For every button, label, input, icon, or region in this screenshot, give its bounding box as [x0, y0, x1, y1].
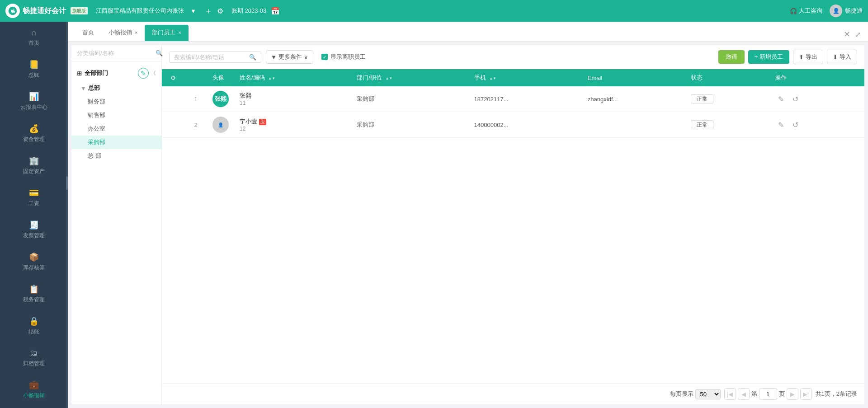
more-employee-button[interactable]: ↺	[789, 118, 802, 131]
th-name[interactable]: 姓名/编码 ▲▼	[234, 69, 351, 86]
dept-item-root[interactable]: ▼ 总部	[71, 81, 161, 95]
td-row-avatar: 👤	[207, 112, 234, 138]
sidebar-scrollbar-thumb[interactable]	[66, 176, 68, 190]
employee-search-box: 🔍	[169, 52, 261, 63]
filter-button[interactable]: ▼ 更多条件 ∨	[266, 50, 313, 64]
sidebar-item-funds[interactable]: 💰 资金管理	[0, 117, 68, 150]
invite-button[interactable]: 邀请	[718, 50, 745, 64]
td-row-actions: ✎ ↺	[769, 112, 864, 138]
th-status: 状态	[685, 69, 769, 86]
app-name: 畅捷通好会计	[23, 6, 66, 16]
table-header-row: ⚙ 头像 姓名/编码 ▲▼ 部门/职位 ▲▼ 手机 ▲▼ Email 状态 操作	[162, 69, 864, 86]
more-employee-button[interactable]: ↺	[789, 93, 802, 105]
main-layout: ⌂ 首页 📒 总账 📊 云报表中心 💰 资金管理 🏢 固定资产 💳 工资	[0, 22, 868, 408]
page-content: 🔍 ⊞ 全部部门 ✎ 《 ▼	[71, 45, 864, 404]
sidebar-label-expense: 小畅报销	[23, 392, 45, 399]
tab-home[interactable]: 首页	[75, 25, 101, 41]
sidebar-item-closing[interactable]: 🔒 结账	[0, 310, 68, 342]
sidebar: ⌂ 首页 📒 总账 📊 云报表中心 💰 资金管理 🏢 固定资产 💳 工资	[0, 22, 68, 408]
import-label: 导入	[840, 53, 851, 61]
dept-item-office[interactable]: 办公室	[71, 122, 161, 136]
avatar: 张熙	[212, 91, 229, 107]
employee-table: ⚙ 头像 姓名/编码 ▲▼ 部门/职位 ▲▼ 手机 ▲▼ Email 状态 操作	[162, 69, 864, 383]
prev-page-button[interactable]: ◀	[738, 388, 750, 400]
user-menu[interactable]: 👤 畅捷通	[830, 5, 863, 17]
sidebar-item-ledger[interactable]: 📒 总账	[0, 53, 68, 85]
close-window-icon[interactable]: ✕	[844, 29, 850, 39]
sidebar-item-assets[interactable]: 🏢 固定资产	[0, 150, 68, 182]
sidebar-label-ledger: 总账	[28, 71, 39, 79]
page-label-text: 第	[751, 390, 757, 398]
employee-search-icon[interactable]: 🔍	[249, 54, 256, 61]
maximize-window-icon[interactable]: ⤢	[855, 30, 861, 39]
dept-add-button[interactable]: ✎	[138, 68, 149, 79]
settings-icon[interactable]: ⚙	[217, 7, 223, 15]
employee-toolbar: 🔍 ▼ 更多条件 ∨ 显示离职员工 邀请 + 新增员工	[162, 45, 864, 69]
next-page-button[interactable]: ▶	[787, 388, 798, 400]
app-logo[interactable]: 畅 畅捷通好会计	[5, 4, 66, 18]
dept-label-finance: 财务部	[88, 98, 105, 106]
show-resigned-area: 显示离职员工	[321, 53, 366, 61]
add-employee-button[interactable]: + 新增员工	[748, 50, 789, 64]
employee-name: 宁小壹应	[240, 117, 346, 126]
sidebar-item-archive[interactable]: 🗂 归档管理	[0, 342, 68, 374]
tab-employees-label: 部门员工	[152, 28, 175, 37]
headset-icon: 🎧	[790, 8, 797, 14]
avatar: 👤	[212, 117, 229, 133]
closing-icon: 🔒	[29, 316, 39, 326]
calendar-icon[interactable]: 📅	[271, 7, 280, 15]
th-settings[interactable]: ⚙	[162, 69, 184, 86]
employee-search-input[interactable]	[174, 54, 246, 61]
edit-employee-button[interactable]: ✎	[775, 118, 788, 131]
th-dept[interactable]: 部门/职位 ▲▼	[351, 69, 468, 86]
sort-name-icon: ▲▼	[268, 77, 275, 80]
edit-employee-button[interactable]: ✎	[775, 93, 788, 105]
td-row-index: 2	[184, 112, 207, 138]
tab-employees[interactable]: 部门员工 ×	[145, 25, 188, 41]
sort-phone-icon: ▲▼	[489, 77, 496, 80]
sidebar-item-invoice[interactable]: 🧾 发票管理	[0, 214, 68, 246]
sidebar-item-expense[interactable]: 💼 小畅报销	[0, 374, 68, 406]
show-resigned-checkbox[interactable]	[321, 54, 328, 60]
service-button[interactable]: 🎧 人工咨询	[790, 7, 822, 15]
per-page-select[interactable]: 50 100 200	[695, 389, 721, 399]
logo-icon: 畅	[5, 4, 20, 18]
sidebar-item-reports[interactable]: 📊 云报表中心	[0, 85, 68, 117]
per-page-label: 每页显示	[670, 390, 693, 398]
import-button[interactable]: ⬇ 导入	[827, 50, 857, 64]
dept-tree-title: 全部部门	[85, 69, 108, 77]
sidebar-item-settings[interactable]: ⚙ 基础设置	[0, 406, 68, 408]
dept-arrow-root: ▼	[80, 85, 86, 92]
th-phone[interactable]: 手机 ▲▼	[469, 69, 582, 86]
export-button[interactable]: ⬆ 导出	[793, 50, 823, 64]
employees-table: ⚙ 头像 姓名/编码 ▲▼ 部门/职位 ▲▼ 手机 ▲▼ Email 状态 操作	[162, 69, 864, 138]
dept-item-hq[interactable]: 总 部	[71, 149, 161, 163]
tab-employees-close[interactable]: ×	[178, 30, 181, 35]
dept-search-input[interactable]	[77, 50, 153, 56]
add-company-button[interactable]: ＋	[204, 5, 212, 16]
dept-item-finance[interactable]: 财务部	[71, 95, 161, 108]
td-row-email: zhangxidf...	[582, 86, 685, 112]
sidebar-item-tax[interactable]: 📋 税务管理	[0, 278, 68, 310]
tab-expense-close[interactable]: ×	[135, 30, 137, 35]
sidebar-item-home[interactable]: ⌂ 首页	[0, 22, 68, 53]
sidebar-item-inventory[interactable]: 📦 库存核算	[0, 246, 68, 278]
dept-item-purchase[interactable]: 采购部	[71, 136, 161, 149]
assets-icon: 🏢	[29, 156, 39, 166]
first-page-button[interactable]: |◀	[724, 388, 736, 400]
tab-expense[interactable]: 小畅报销 ×	[101, 25, 145, 41]
page-suffix-text: 页	[779, 390, 785, 398]
dept-collapse-button[interactable]: 《	[151, 70, 156, 77]
sort-dept-icon: ▲▼	[386, 77, 393, 80]
dept-item-sales[interactable]: 销售部	[71, 108, 161, 122]
td-row-actions: ✎ ↺	[769, 86, 864, 112]
period-label: 账期 2023-03	[231, 7, 266, 15]
inventory-icon: 📦	[29, 252, 39, 262]
last-page-button[interactable]: ▶|	[800, 388, 812, 400]
page-number-input[interactable]	[759, 388, 777, 400]
funds-icon: 💰	[29, 124, 39, 134]
sidebar-scrollbar-track	[66, 22, 68, 408]
dept-label-office: 办公室	[88, 125, 105, 133]
sidebar-item-payroll[interactable]: 💳 工资	[0, 182, 68, 214]
company-dropdown-icon[interactable]: ▼	[190, 8, 196, 14]
